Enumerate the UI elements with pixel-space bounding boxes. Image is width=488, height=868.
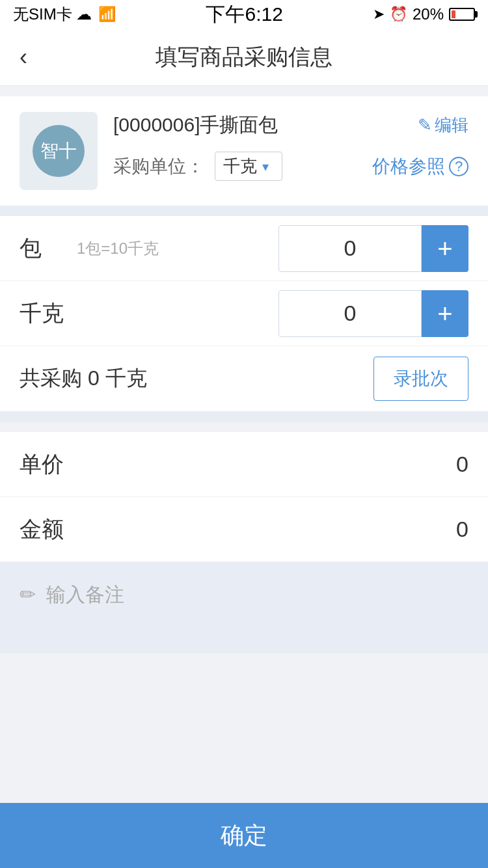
edit-label: 编辑 xyxy=(435,114,468,137)
page-title: 填写商品采购信息 xyxy=(156,42,332,72)
amount-value: 0 xyxy=(456,517,468,542)
section-divider-2 xyxy=(0,411,488,422)
confirm-button[interactable]: 确定 xyxy=(0,803,488,868)
product-logo: 智十 xyxy=(33,125,85,177)
bottom-spacer xyxy=(0,653,488,718)
battery-icon xyxy=(449,8,475,21)
product-name: [0000006]手撕面包 xyxy=(113,112,278,139)
input-section: 包 1包=10千克 + 千克 + xyxy=(0,216,488,346)
product-name-row: [0000006]手撕面包 ✎ 编辑 xyxy=(113,112,468,139)
unit-select[interactable]: 千克 ▾ xyxy=(215,152,282,181)
status-right: ➤ ⏰ 20% xyxy=(373,5,475,23)
kg-input-row: 千克 + xyxy=(0,281,488,346)
unit-arrow-icon: ▾ xyxy=(262,159,269,174)
record-batch-button[interactable]: 录批次 xyxy=(373,357,468,401)
wifi-icon: 📶 xyxy=(98,6,116,23)
kg-plus-button[interactable]: + xyxy=(422,290,468,337)
product-image: 智十 xyxy=(20,112,98,190)
kg-input-wrap: + xyxy=(278,290,468,337)
purchase-unit-row: 采购单位： 千克 ▾ 价格参照 ? xyxy=(113,152,468,181)
edit-icon: ✎ xyxy=(418,115,432,135)
status-bar: 无SIM卡 ☁ 📶 下午6:12 ➤ ⏰ 20% xyxy=(0,0,488,29)
kg-input[interactable] xyxy=(278,290,422,337)
nav-bar: ‹ 填写商品采购信息 xyxy=(0,29,488,86)
price-reference-button[interactable]: 价格参照 ? xyxy=(372,154,468,179)
amount-row: 金额 0 xyxy=(0,497,488,562)
bag-input-wrap: + xyxy=(278,225,468,272)
back-button[interactable]: ‹ xyxy=(20,44,27,71)
price-section: 单价 0 金额 0 xyxy=(0,432,488,562)
amount-label: 金额 xyxy=(20,515,64,545)
product-logo-text: 智十 xyxy=(40,139,77,163)
unit-value: 千克 xyxy=(223,155,257,178)
bag-label: 包 xyxy=(20,234,72,264)
edit-button[interactable]: ✎ 编辑 xyxy=(418,114,468,137)
sim-status: 无SIM卡 ☁ xyxy=(13,4,92,25)
battery-percent: 20% xyxy=(413,5,444,23)
summary-text: 共采购 0 千克 xyxy=(20,364,147,393)
alarm-icon: ⏰ xyxy=(390,6,407,23)
kg-label: 千克 xyxy=(20,299,72,329)
kg-plus-icon: + xyxy=(437,301,452,327)
confirm-button-label: 确定 xyxy=(221,820,267,852)
purchase-unit-label: 采购单位： xyxy=(113,154,204,179)
status-time: 下午6:12 xyxy=(206,1,282,28)
remarks-section[interactable]: ✏ 输入备注 xyxy=(0,562,488,653)
bag-sublabel: 1包=10千克 xyxy=(77,238,159,259)
remarks-placeholder: 输入备注 xyxy=(46,582,124,608)
bag-plus-icon: + xyxy=(437,236,452,262)
bag-input[interactable] xyxy=(278,225,422,272)
bag-input-row: 包 1包=10千克 + xyxy=(0,216,488,281)
product-info: [0000006]手撕面包 ✎ 编辑 采购单位： 千克 ▾ 价格参照 ? xyxy=(113,112,468,181)
price-ref-label: 价格参照 xyxy=(372,154,445,179)
location-icon: ➤ xyxy=(373,6,385,23)
product-card: 智十 [0000006]手撕面包 ✎ 编辑 采购单位： 千克 ▾ 价格参照 ? xyxy=(0,96,488,206)
bag-plus-button[interactable]: + xyxy=(422,225,468,272)
status-left: 无SIM卡 ☁ 📶 xyxy=(13,4,116,25)
price-ref-help-icon: ? xyxy=(449,157,468,176)
unit-price-label: 单价 xyxy=(20,450,64,480)
unit-price-value: 0 xyxy=(456,452,468,477)
remarks-icon: ✏ xyxy=(20,583,36,606)
unit-price-row: 单价 0 xyxy=(0,432,488,497)
summary-row: 共采购 0 千克 录批次 xyxy=(0,346,488,411)
section-divider-1 xyxy=(0,206,488,216)
